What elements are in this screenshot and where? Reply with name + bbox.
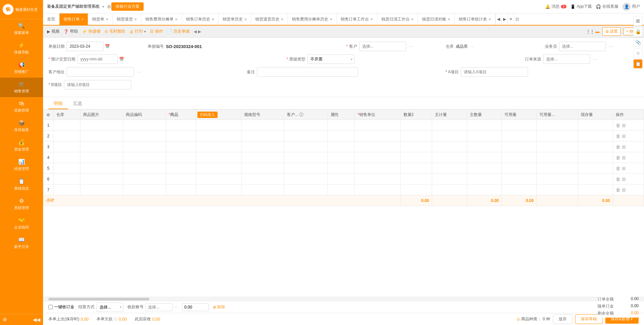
tab-close-8[interactable]: ✕	[330, 17, 332, 21]
tab-close-6[interactable]: ✕	[244, 17, 247, 21]
cell-scan[interactable]	[196, 120, 241, 131]
customer-input[interactable]	[359, 42, 406, 51]
cell-attributes[interactable]	[328, 141, 354, 152]
cell-scan[interactable]	[196, 141, 241, 152]
discard-button[interactable]: 放弃	[553, 314, 572, 324]
copy-icon[interactable]: ⊞	[622, 166, 626, 171]
cell-customer-info[interactable]	[284, 185, 328, 195]
cell-attributes[interactable]	[328, 131, 354, 141]
panel-btn-2[interactable]: 🔒	[633, 27, 643, 36]
tab-close-11[interactable]: ✕	[448, 17, 450, 21]
delete-icon[interactable]: 🗑	[616, 176, 620, 182]
tab-item-12[interactable]: 销售订单统计表✕	[455, 13, 495, 25]
tab-item-7[interactable]: 销货退货历史✕	[251, 13, 288, 25]
payment-method-select[interactable]: 选择...	[97, 302, 123, 312]
cell-spec[interactable]	[241, 174, 284, 185]
cell-warehouse[interactable]	[53, 163, 80, 174]
cell-product[interactable]	[166, 163, 196, 174]
cell-product-image[interactable]	[80, 174, 123, 185]
tab-nav-0[interactable]: ◀	[495, 13, 501, 25]
cell-available[interactable]	[502, 174, 537, 185]
cell-product[interactable]	[166, 152, 196, 163]
cell-product[interactable]	[166, 120, 196, 131]
cell-scan[interactable]	[196, 163, 241, 174]
sidebar-item-4[interactable]: 🛍采购管理	[0, 97, 43, 116]
industry-solution-button[interactable]: 体验行业方案	[111, 2, 144, 11]
tab-close-9[interactable]: ✕	[370, 17, 373, 21]
operations-button[interactable]: ☰ 操作	[150, 29, 163, 34]
remarks-input[interactable]	[257, 67, 358, 77]
cell-main-unit[interactable]	[432, 152, 467, 163]
delete-icon[interactable]: 🗑	[616, 144, 620, 150]
online-support-button[interactable]: 🎧 在线客服	[596, 4, 618, 9]
col-main-quantity[interactable]: 主数量	[467, 110, 502, 120]
cell-available2[interactable]	[536, 174, 578, 185]
user-menu[interactable]: 👤 用户	[622, 3, 640, 11]
copy-icon[interactable]: ⊞	[622, 144, 626, 150]
col-main-unit[interactable]: 主计量	[432, 110, 467, 120]
cell-product-code[interactable]	[123, 131, 166, 141]
tab-close-5[interactable]: ✕	[212, 17, 214, 21]
cell-available2[interactable]	[536, 152, 578, 163]
sidebar-item-9[interactable]: ⚙系统管理	[0, 194, 43, 214]
cell-customer-info[interactable]	[284, 152, 328, 163]
cell-available[interactable]	[502, 152, 537, 163]
tab-close-1[interactable]: ✕	[81, 17, 84, 21]
cell-warehouse[interactable]	[53, 152, 80, 163]
current-order-info[interactable]: ⓘ	[114, 317, 117, 322]
deposit-checkbox[interactable]	[48, 305, 53, 309]
cell-quantity2[interactable]	[401, 141, 432, 152]
cell-product-image[interactable]	[80, 152, 123, 163]
cell-sales-unit[interactable]	[355, 152, 401, 163]
sidebar-item-3[interactable]: 🛒销售管理	[0, 78, 43, 97]
cell-quantity2[interactable]	[401, 185, 432, 195]
cell-current-stock[interactable]	[578, 152, 613, 163]
account-input[interactable]	[146, 303, 173, 311]
print-button[interactable]: 🖨 打印 ▾	[129, 29, 146, 34]
cell-available[interactable]	[502, 141, 537, 152]
cell-sales-unit[interactable]	[355, 174, 401, 185]
col-available2[interactable]: 可用量...	[536, 110, 578, 120]
tab-close-4[interactable]: ✕	[175, 17, 178, 21]
cell-warehouse[interactable]	[53, 185, 80, 195]
cell-quantity2[interactable]	[401, 131, 432, 141]
panel-btn-1[interactable]: ⊞	[633, 16, 643, 26]
delete-icon[interactable]: 🗑	[616, 155, 620, 160]
sidebar-item-10[interactable]: 🤝企业协同	[0, 214, 43, 233]
tab-item-4[interactable]: 销售费用分摊单✕	[141, 13, 182, 25]
cell-attributes[interactable]	[328, 120, 354, 131]
cell-scan[interactable]	[196, 185, 241, 195]
cell-main-quantity[interactable]	[467, 120, 502, 131]
cell-scan[interactable]	[196, 131, 241, 141]
cell-spec[interactable]	[241, 185, 284, 195]
copy-icon[interactable]: ⊞	[622, 176, 626, 182]
delete-icon[interactable]: 🗑	[616, 187, 620, 193]
tab-item-2[interactable]: 销货单✕	[88, 13, 113, 25]
cell-main-unit[interactable]	[432, 174, 467, 185]
col-quantity2[interactable]: 数量2	[401, 110, 432, 120]
tab-nav-1[interactable]: ▶	[501, 13, 507, 25]
cell-available2[interactable]	[536, 120, 578, 131]
delete-icon[interactable]: 🗑	[616, 123, 620, 128]
settings-button[interactable]: ⚙ 设置	[602, 27, 621, 36]
panel-btn-5[interactable]: 📋	[633, 59, 643, 69]
col-attributes[interactable]: 属性	[328, 110, 354, 120]
b-project-input[interactable]	[64, 80, 131, 89]
tab-nav-3[interactable]: ⊡	[514, 13, 520, 25]
sidebar-item-6[interactable]: 💰资金管理	[0, 136, 43, 155]
grid-view-toggle[interactable]: ⋮⋮ ▬	[586, 29, 600, 34]
message-button[interactable]: 🔔 消息 5	[545, 4, 566, 9]
cell-warehouse[interactable]	[53, 141, 80, 152]
cell-sales-unit[interactable]	[355, 163, 401, 174]
staff-dots[interactable]: ···	[609, 44, 613, 49]
sidebar-item-0[interactable]: 🔍搜索菜单	[0, 19, 43, 39]
cell-warehouse[interactable]	[53, 174, 80, 185]
cell-spec[interactable]	[241, 120, 284, 131]
collapse-icon[interactable]: ◀◀	[33, 317, 40, 322]
cell-scan[interactable]	[196, 174, 241, 185]
cell-quantity2[interactable]	[401, 174, 432, 185]
delivery-date-input[interactable]	[77, 54, 118, 64]
amount-input[interactable]	[182, 303, 209, 311]
cell-attributes[interactable]	[328, 163, 354, 174]
cell-spec[interactable]	[241, 131, 284, 141]
